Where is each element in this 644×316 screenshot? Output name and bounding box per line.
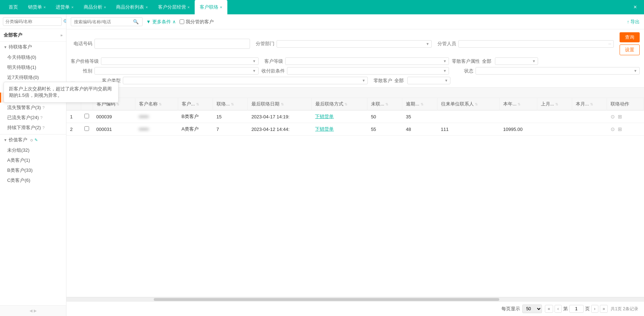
filter-status: 状态 ▼	[452, 67, 640, 75]
phone-input[interactable]	[94, 39, 250, 49]
th-last-month[interactable]: 上月... ⇅	[537, 98, 572, 110]
nav-home[interactable]: 首页	[4, 0, 23, 14]
customer-type-select[interactable]: ▼	[123, 77, 368, 84]
declining-help-icon[interactable]: ?	[42, 126, 45, 130]
close-product-analysis[interactable]: ×	[104, 0, 106, 14]
customer-level-select[interactable]: ▼	[285, 57, 449, 65]
sidebar-search-icon[interactable]: 🔍	[63, 19, 66, 24]
nav-product-analysis[interactable]: 商品分析 ×	[79, 0, 111, 14]
row-2-checkbox[interactable]	[84, 126, 89, 131]
sidebar-item-churn-warning[interactable]: 流失预警客户(3) ?	[0, 103, 66, 113]
window-close-button[interactable]: ×	[630, 4, 640, 10]
query-button[interactable]: 查询	[620, 32, 640, 42]
value-section-header[interactable]: ▼ 价值客户 ○ ✎	[0, 135, 66, 145]
close-sales-order[interactable]: ×	[43, 0, 46, 14]
link-icon-1[interactable]: ⊙	[611, 114, 615, 119]
payment-select[interactable]: ▼	[287, 67, 449, 75]
nav-purchase-order[interactable]: 进货单 ×	[51, 0, 78, 14]
th-partner-contact[interactable]: 往来单位联系人 ⇅	[437, 98, 499, 110]
grid-icon-1[interactable]: ⊞	[618, 114, 622, 119]
churn-warning-help-icon[interactable]: ?	[42, 105, 45, 110]
retail-attr-select[interactable]: ▼	[495, 57, 538, 65]
last-page-btn[interactable]: »	[600, 305, 608, 313]
horizontal-scrollbar[interactable]	[66, 297, 644, 301]
retail-customer-select[interactable]: ▼	[407, 77, 450, 84]
th-customer-type[interactable]: 客户... ⇅	[178, 98, 213, 110]
sidebar-item-class-c[interactable]: C类客户(6)	[0, 175, 66, 185]
sidebar-search-input[interactable]	[3, 17, 62, 26]
more-conditions-btn[interactable]: ▼ 更多条件 ∧	[146, 19, 176, 25]
next-page-btn[interactable]: ›	[591, 305, 598, 313]
td-actions-2: ⊙ ⊞	[607, 123, 644, 136]
nav-product-analysis-list[interactable]: 商品分析列表 ×	[111, 0, 153, 14]
sidebar-item-tomorrow-pending[interactable]: 明天待联络(1)	[0, 62, 66, 72]
sidebar-all-customers[interactable]: 全部客户 »	[0, 29, 66, 42]
churned-help-icon[interactable]: ?	[40, 115, 42, 120]
nav-customer-contact[interactable]: 客户联络 ×	[195, 0, 227, 14]
first-page-btn[interactable]: «	[545, 305, 553, 313]
per-page-select[interactable]: 50 100 200	[522, 305, 542, 313]
value-edit-icon[interactable]: ✎	[34, 138, 38, 142]
pending-section-header[interactable]: ▼ 待联络客户	[0, 42, 66, 52]
sidebar-item-class-b[interactable]: B类客户(33)	[0, 165, 66, 175]
close-purchase-order[interactable]: ×	[71, 0, 73, 14]
sidebar-item-declining[interactable]: 持续下滑客户(2) ?	[0, 123, 66, 133]
sidebar-item-churned[interactable]: 已流失客户(24) ?	[0, 113, 66, 123]
dept-arrow: ▼	[426, 42, 429, 46]
sidebar-collapse-icon[interactable]: »	[60, 33, 62, 37]
close-product-analysis-list[interactable]: ×	[145, 0, 148, 14]
retail-cust-arrow: ▼	[445, 79, 448, 82]
person-label: 分管人员	[435, 41, 456, 47]
th-last-contact-method[interactable]: 最后联络方式 ⇅	[311, 98, 367, 110]
nav-customer-stratification[interactable]: 客户分层经营 ×	[153, 0, 195, 14]
link-icon-2[interactable]: ⊙	[611, 126, 615, 132]
scrollbar-thumb[interactable]	[154, 298, 499, 301]
th-this-year[interactable]: 本年... ⇅	[500, 98, 537, 110]
td-code-2: 000031	[93, 123, 135, 136]
td-name-2: ••••••	[135, 123, 178, 136]
sidebar-item-7days-pending[interactable]: 近7天待联络(0)	[0, 72, 66, 82]
td-last-month-1	[537, 110, 572, 123]
search-input[interactable]	[74, 19, 131, 24]
my-customer-checkbox[interactable]: 我分管的客户	[180, 19, 214, 25]
status-label: 状态	[452, 68, 473, 74]
grid-icon-2[interactable]: ⊞	[618, 126, 622, 132]
sidebar-item-class-a[interactable]: A类客户(1)	[0, 155, 66, 165]
td-method-2[interactable]: 下销货单	[311, 123, 367, 136]
th-overdue[interactable]: 逾期... ⇅	[402, 98, 437, 110]
row-1-checkbox[interactable]	[84, 114, 89, 118]
nav-sales-order[interactable]: 销货单 ×	[23, 0, 51, 14]
td-checkbox-1[interactable]	[81, 110, 93, 123]
page-input-area: 第 页	[563, 305, 590, 313]
gender-select[interactable]: ▼	[94, 67, 259, 75]
dept-select[interactable]: ▼	[277, 40, 432, 48]
sidebar-item-today-pending[interactable]: 今天待联络(0)	[0, 52, 66, 62]
total-records: 共1页 2条记录	[611, 306, 638, 312]
table-scroll-area[interactable]: 客户编码 ⇅ 客户名称 ⇅ 客户... ⇅	[66, 98, 644, 297]
price-level-select[interactable]: ▼	[101, 57, 259, 65]
page-number-input[interactable]	[569, 305, 584, 313]
adv-filter-row-2: 客户价格等级 ▼ 客户等级 ▼ 零散客户属性 全部 ▼	[71, 57, 640, 65]
td-method-1[interactable]: 下销货单	[311, 110, 367, 123]
person-select[interactable]: ···	[458, 40, 614, 48]
close-customer-contact[interactable]: ×	[220, 0, 222, 14]
sort-code-icon: ⇅	[116, 102, 119, 106]
payment-arrow: ▼	[443, 69, 446, 73]
th-contact-count[interactable]: 联络... ⇅	[213, 98, 248, 110]
td-checkbox-2[interactable]	[81, 123, 93, 136]
th-name[interactable]: 客户名称 ⇅	[135, 98, 178, 110]
search-icon[interactable]: 🔍	[133, 19, 139, 24]
my-customer-check[interactable]	[180, 19, 184, 24]
th-unlinked[interactable]: 未联... ⇅	[367, 98, 402, 110]
sort-overdue-icon: ⇅	[421, 102, 423, 106]
adv-filter-row-1: 电话号码 分管部门 ▼ 分管人员 ··· 查询 设置	[71, 32, 640, 55]
prev-page-btn[interactable]: ‹	[555, 305, 562, 313]
top-navigation: 首页 销货单 × 进货单 × 商品分析 × 商品分析列表 × 客户分层经营 × …	[0, 0, 644, 14]
close-customer-stratification[interactable]: ×	[187, 0, 190, 14]
th-last-contact-date[interactable]: 最后联络日期 ⇅	[248, 98, 312, 110]
settings-button[interactable]: 设置	[620, 44, 640, 55]
export-button[interactable]: ↑ 导出	[627, 19, 640, 25]
status-select[interactable]: ▼	[476, 67, 640, 75]
th-this-month[interactable]: 本月... ⇅	[572, 98, 607, 110]
sidebar-item-ungrouped[interactable]: 未分组(32)	[0, 145, 66, 155]
